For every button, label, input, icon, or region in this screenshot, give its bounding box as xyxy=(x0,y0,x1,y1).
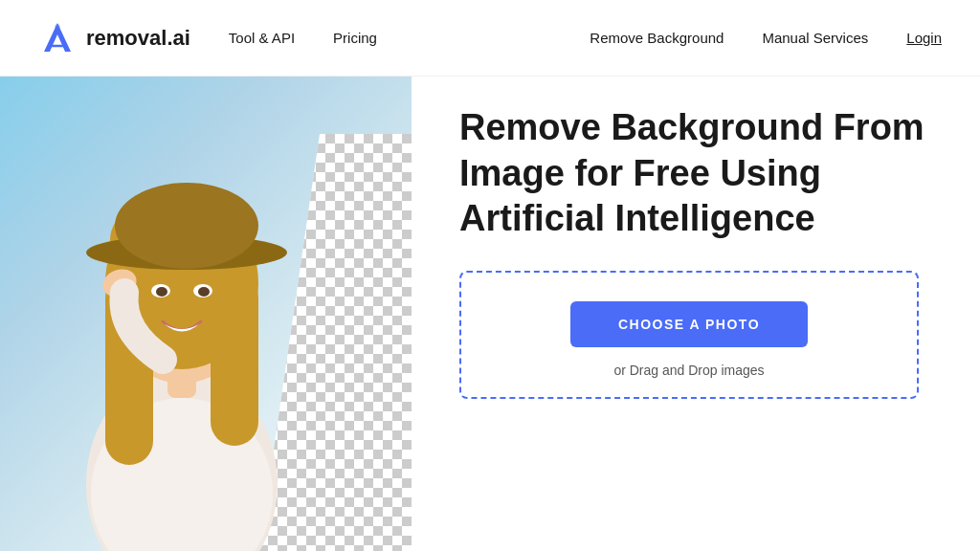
svg-rect-7 xyxy=(211,274,258,446)
woman-figure xyxy=(29,82,335,551)
nav-login[interactable]: Login xyxy=(906,30,942,46)
hero-content: Remove Background From Image for Free Us… xyxy=(412,77,980,551)
hero-title: Remove Background From Image for Free Us… xyxy=(459,105,932,242)
nav-tool-api[interactable]: Tool & API xyxy=(229,30,295,46)
upload-box: CHOOSE A PHOTO or Drag and Drop images xyxy=(459,271,919,399)
logo-text: removal.ai xyxy=(86,26,190,51)
nav-remove-background[interactable]: Remove Background xyxy=(590,30,724,46)
main-content: Remove Background From Image for Free Us… xyxy=(0,77,980,551)
nav-manual-services[interactable]: Manual Services xyxy=(762,30,868,46)
nav-pricing[interactable]: Pricing xyxy=(333,30,377,46)
choose-photo-button[interactable]: CHOOSE A PHOTO xyxy=(570,301,808,347)
hero-image-container xyxy=(0,77,412,551)
svg-point-0 xyxy=(55,24,60,30)
svg-point-14 xyxy=(198,287,210,297)
logo-link[interactable]: removal.ai xyxy=(38,19,190,57)
svg-point-10 xyxy=(115,183,258,269)
logo-icon xyxy=(38,19,77,57)
nav-left: Tool & API Pricing xyxy=(229,30,377,46)
hero-image-area xyxy=(0,77,412,551)
site-header: removal.ai Tool & API Pricing Remove Bac… xyxy=(0,0,980,77)
svg-point-13 xyxy=(156,287,167,297)
drag-drop-label: or Drag and Drop images xyxy=(613,363,764,378)
nav-right: Remove Background Manual Services Login xyxy=(590,30,942,46)
